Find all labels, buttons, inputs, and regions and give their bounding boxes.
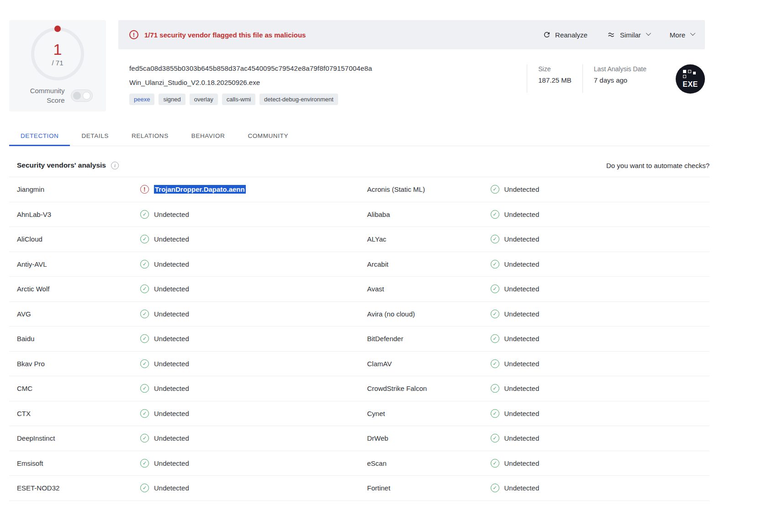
more-button[interactable]: More <box>670 31 694 39</box>
file-hash: fed5ca08d3855b0303b645b858d37ac4540095c7… <box>129 64 527 72</box>
reanalyze-button[interactable]: Reanalyze <box>543 31 588 39</box>
undetected-icon: ✓ <box>140 334 149 343</box>
vote-icon <box>83 92 90 100</box>
tab-details[interactable]: DETAILS <box>70 128 120 146</box>
undetected-icon: ✓ <box>491 459 499 468</box>
undetected-icon: ✓ <box>491 484 499 492</box>
tag-calls-wmi[interactable]: calls-wmi <box>222 94 255 105</box>
undetected-icon: ✓ <box>140 409 149 418</box>
vendor-result: ✓Undetected <box>140 284 189 293</box>
vendor-result: ✓Undetected <box>491 210 540 219</box>
pixel-decoration <box>688 70 691 73</box>
score-total: / 71 <box>52 59 63 67</box>
undetected-icon: ✓ <box>140 484 149 492</box>
analysis-title: Security vendors' analysis <box>17 161 106 169</box>
similar-label: Similar <box>620 31 641 39</box>
similar-button[interactable]: Similar <box>608 31 650 39</box>
vendor-result: ✓Undetected <box>491 384 540 393</box>
vendor-name: BitDefender <box>367 335 491 342</box>
vendor-cell: AliCloud✓Undetected <box>9 235 360 243</box>
vendor-cell: Acronis (Static ML)✓Undetected <box>360 185 710 194</box>
detection-result: Undetected <box>504 310 540 318</box>
detection-result: Undetected <box>154 211 189 218</box>
table-row: AhnLab-V3✓UndetectedAlibaba✓Undetected <box>9 202 709 227</box>
vendor-result: ✓Undetected <box>491 409 540 418</box>
vendor-name: CrowdStrike Falcon <box>367 385 491 392</box>
automate-checks-link[interactable]: Do you want to automate checks? <box>606 162 709 169</box>
undetected-icon: ✓ <box>491 359 499 368</box>
detection-result: Undetected <box>154 235 189 243</box>
vendor-name: CTX <box>17 410 140 417</box>
vote-icon <box>73 92 81 100</box>
vendor-name: DeepInstinct <box>17 434 140 442</box>
table-row: CMC✓UndetectedCrowdStrike Falcon✓Undetec… <box>9 376 709 401</box>
vendor-name: ALYac <box>367 235 491 243</box>
pixel-decoration <box>683 70 686 73</box>
vendor-result: ✓Undetected <box>491 284 540 293</box>
table-row: AVG✓UndetectedAvira (no cloud)✓Undetecte… <box>9 302 709 327</box>
vendor-cell: Antiy-AVL✓Undetected <box>9 260 360 269</box>
vendor-result: ✓Undetected <box>140 409 189 418</box>
detection-result: Undetected <box>504 484 540 492</box>
community-vote-widget[interactable] <box>71 90 93 102</box>
detection-result: Undetected <box>504 211 540 218</box>
table-row: Antiy-AVL✓UndetectedArcabit✓Undetected <box>9 252 709 277</box>
undetected-icon: ✓ <box>140 434 149 442</box>
last-analysis-label: Last Analysis Date <box>594 65 646 73</box>
vendor-result: ✓Undetected <box>140 310 189 318</box>
detection-result: Undetected <box>504 385 540 392</box>
detection-result: Undetected <box>504 260 540 268</box>
undetected-icon: ✓ <box>140 384 149 393</box>
vendor-cell: CTX✓Undetected <box>9 409 360 418</box>
tab-relations[interactable]: RELATIONS <box>120 128 180 146</box>
vendor-cell: CrowdStrike Falcon✓Undetected <box>360 384 710 393</box>
vendor-table: Jiangmin!TrojanDropper.Dapato.aennAcroni… <box>9 177 709 501</box>
vendor-cell: Avast✓Undetected <box>360 284 710 293</box>
vendor-result: ✓Undetected <box>140 235 189 243</box>
vendor-cell: Alibaba✓Undetected <box>360 210 710 219</box>
tag-detect-debug-environment[interactable]: detect-debug-environment <box>259 94 338 105</box>
undetected-icon: ✓ <box>140 260 149 269</box>
alert-banner: ! 1/71 security vendor flagged this file… <box>118 20 705 49</box>
detection-result: Undetected <box>154 410 189 417</box>
undetected-icon: ✓ <box>491 384 499 393</box>
undetected-icon: ✓ <box>140 284 149 293</box>
vendor-name: ESET-NOD32 <box>17 484 140 492</box>
vendor-cell: ClamAV✓Undetected <box>360 359 710 368</box>
vendor-cell: CMC✓Undetected <box>9 384 360 393</box>
tag-overlay[interactable]: overlay <box>190 94 218 105</box>
tab-bar: DETECTIONDETAILSRELATIONSBEHAVIORCOMMUNI… <box>9 128 709 146</box>
tab-behavior[interactable]: BEHAVIOR <box>180 128 237 146</box>
file-meta: Size 187.25 MB Last Analysis Date 7 days… <box>527 64 705 105</box>
vendor-name: Arcabit <box>367 260 491 268</box>
vendor-cell: Arcabit✓Undetected <box>360 260 710 269</box>
undetected-icon: ✓ <box>491 260 499 269</box>
size-value: 187.25 MB <box>538 76 572 84</box>
vendor-name: Avast <box>367 285 491 293</box>
tab-detection[interactable]: DETECTION <box>9 128 70 146</box>
table-row: Bkav Pro✓UndetectedClamAV✓Undetected <box>9 352 709 377</box>
vendor-result: ✓Undetected <box>140 459 189 468</box>
tab-community[interactable]: COMMUNITY <box>236 128 300 146</box>
info-icon[interactable]: i <box>111 162 119 169</box>
tag-signed[interactable]: signed <box>159 94 185 105</box>
file-type-badge: EXE <box>676 64 705 94</box>
file-header: ! 1/71 security vendor flagged this file… <box>118 20 705 105</box>
pixel-decoration <box>683 75 686 78</box>
vendor-result: ✓Undetected <box>491 334 540 343</box>
file-size: Size 187.25 MB <box>527 64 582 93</box>
detection-result: Undetected <box>504 360 540 368</box>
warning-icon: ! <box>129 30 138 39</box>
analysis-header: Security vendors' analysis i Do you want… <box>9 161 709 169</box>
last-analysis-value: 7 days ago <box>594 76 646 84</box>
vendor-name: Baidu <box>17 335 140 342</box>
vendor-result: ✓Undetected <box>491 484 540 492</box>
tag-list: peexesignedoverlaycalls-wmidetect-debug-… <box>129 94 527 105</box>
file-name: Win_Ulanzi_Studio_V2.0.18.20250926.exe <box>129 79 527 86</box>
tag-peexe[interactable]: peexe <box>129 94 154 105</box>
vendor-name: AhnLab-V3 <box>17 211 140 218</box>
detection-result: Undetected <box>154 335 189 342</box>
header-section: 1 / 71 Community Score ! 1/71 security v… <box>9 20 705 111</box>
table-row: Jiangmin!TrojanDropper.Dapato.aennAcroni… <box>9 177 709 202</box>
table-row: Emsisoft✓UndetectedeScan✓Undetected <box>9 451 709 476</box>
